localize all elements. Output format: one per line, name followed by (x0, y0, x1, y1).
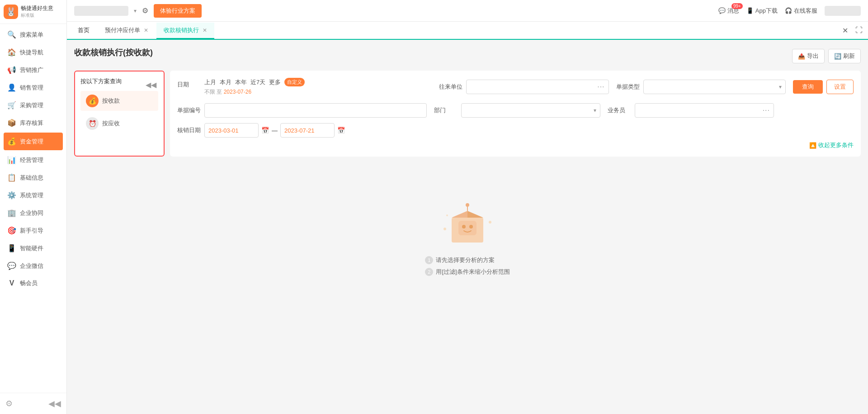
query-button[interactable]: 查询 (793, 80, 823, 94)
collapse-arrow-icon: 🔼 (809, 142, 816, 149)
verify-date-start-cal-icon[interactable]: 📅 (261, 127, 269, 134)
refresh-label: 刷新 (843, 52, 855, 60)
header-gear-icon[interactable]: ⚙ (142, 6, 148, 15)
date-more-btn[interactable]: 更多 (269, 78, 281, 86)
header-chevron-icon[interactable]: ▾ (134, 8, 137, 14)
sidebar-item-marketing[interactable]: 📢 营销推广 (0, 61, 66, 79)
filter-row-1: 日期 上月 本月 本年 近7天 更多 自定义 (177, 78, 854, 96)
date-last-month-btn[interactable]: 上月 (204, 78, 216, 86)
date-this-month-btn[interactable]: 本月 (220, 78, 231, 86)
sidebar-item-enterprise[interactable]: 🏢 企业协同 (0, 204, 66, 222)
sales-icon: 👤 (7, 83, 16, 92)
empty-hint-1: 1 请先选择要分析的方案 (425, 254, 509, 266)
partner-filter-field: 往来单位 ··· (439, 80, 609, 94)
filter-right-panel: 日期 上月 本月 本年 近7天 更多 自定义 (170, 71, 861, 157)
sidebar-label-system: 系统管理 (20, 191, 43, 200)
tab-prepay[interactable]: 预付冲应付单 ✕ (98, 23, 156, 39)
sidebar-item-inventory[interactable]: 📦 库存核算 (0, 114, 66, 132)
date-custom-badge[interactable]: 自定义 (284, 78, 305, 86)
collapse-filter-button[interactable]: ◀◀ (144, 79, 158, 91)
sidebar-item-search[interactable]: 🔍 搜索菜单 (0, 26, 66, 43)
purchase-icon: 🛒 (7, 101, 16, 109)
tab-home[interactable]: 首页 (71, 23, 97, 39)
page-title-row: 收款核销执行(按收款) 📤 导出 🔄 刷新 (74, 47, 861, 65)
step-2-num: 2 (425, 268, 433, 276)
tab-close-all-icon[interactable]: ✕ (840, 24, 850, 37)
date-to-sep: 至 (217, 89, 223, 95)
voucher-type-select[interactable]: ▾ (643, 80, 786, 94)
message-button[interactable]: 💬 消息 99+ (718, 7, 739, 15)
staff-field: 业务员 ··· (608, 103, 774, 118)
by-receipt-label: 按收款 (102, 97, 120, 105)
verify-date-end-cal-icon[interactable]: 📅 (337, 127, 345, 134)
date-this-year-btn[interactable]: 本年 (235, 78, 247, 86)
tab-expand-icon[interactable]: ⛶ (854, 24, 864, 36)
tab-prepay-label: 预付冲应付单 (105, 26, 140, 34)
sidebar-menu: 🔍 搜索菜单 🏠 快捷导航 📢 营销推广 👤 销售管理 🛒 采购管理 📦 库存核… (0, 24, 66, 393)
filter-row-3: 核销日期 📅 — 📅 (177, 123, 854, 138)
top-header: ▾ ⚙ 体验行业方案 💬 消息 99+ 📱 App下载 🎧 在线客服 (67, 0, 868, 22)
service-icon: 🎧 (785, 7, 792, 14)
filter-option-by-receivable[interactable]: ⏰ 按应收 (80, 114, 158, 133)
voucher-type-label: 单据类型 (616, 83, 640, 91)
verify-date-field: 核销日期 📅 — 📅 (177, 123, 345, 138)
empty-text: 1 请先选择要分析的方案 2 用[过滤]条件来缩小分析范围 (425, 254, 509, 278)
page-inner: 收款核销执行(按收款) 📤 导出 🔄 刷新 按以 (67, 40, 868, 414)
sidebar-item-purchase[interactable]: 🛒 采购管理 (0, 96, 66, 114)
partner-select[interactable]: ··· (466, 80, 609, 94)
by-receipt-icon: 💰 (86, 95, 99, 107)
tab-prepay-close[interactable]: ✕ (144, 27, 148, 33)
sidebar-item-hardware[interactable]: 📱 智能硬件 (0, 239, 66, 257)
app-logo: 🐰 畅捷通好生意 标准版 (0, 0, 66, 24)
app-download-button[interactable]: 📱 App下载 (746, 7, 778, 15)
sidebar-item-system[interactable]: ⚙️ 系统管理 (0, 186, 66, 204)
filter-option-by-receipt[interactable]: 💰 按收款 (80, 91, 158, 111)
settings-icon[interactable]: ⚙ (4, 397, 14, 410)
header-username-blur (74, 6, 128, 16)
voucher-type-filter-field: 单据类型 ▾ (616, 80, 786, 94)
app-edition: 标准版 (21, 12, 53, 19)
message-badge: 99+ (731, 3, 743, 9)
verify-date-end-input[interactable] (280, 123, 335, 138)
voucher-no-input[interactable] (204, 103, 427, 118)
online-service-button[interactable]: 🎧 在线客服 (785, 7, 817, 15)
collapse-more-button[interactable]: 🔼 收起更多条件 (809, 141, 854, 149)
sidebar-item-sales[interactable]: 👤 销售管理 (0, 79, 66, 96)
no-limit-label: 不限 (204, 89, 215, 95)
sidebar-item-guide[interactable]: 🎯 新手引导 (0, 222, 66, 239)
date-no-limit-text: 不限 至 2023-07-26 (204, 88, 305, 96)
tab-collection-close[interactable]: ✕ (203, 27, 207, 33)
marketing-icon: 📢 (7, 66, 16, 74)
sidebar-label-enterprise: 企业协同 (20, 209, 43, 217)
filter-left-panel: 按以下方案查询 ◀◀ 💰 按收款 ⏰ 按应收 (74, 71, 165, 157)
sidebar-label-hardware: 智能硬件 (20, 244, 43, 252)
sidebar-label-sales: 销售管理 (20, 84, 43, 92)
sidebar-item-finance[interactable]: 💰 资金管理 (4, 133, 63, 150)
sidebar-item-wechat[interactable]: 💬 企业微信 (0, 257, 66, 275)
collapse-sidebar-icon[interactable]: ◀◀ (47, 397, 63, 410)
empty-state: 1 请先选择要分析的方案 2 用[过滤]条件来缩小分析范围 (74, 157, 861, 314)
date-7days-btn[interactable]: 近7天 (250, 78, 265, 86)
sidebar-item-business[interactable]: 📊 经营管理 (0, 151, 66, 169)
settings-button[interactable]: 设置 (826, 80, 854, 94)
export-button[interactable]: 📤 导出 (792, 49, 825, 63)
staff-select[interactable]: ··· (635, 103, 774, 118)
tab-bar-end: ✕ ⛶ (840, 24, 864, 37)
solution-button[interactable]: 体验行业方案 (154, 4, 202, 18)
hardware-icon: 📱 (7, 244, 16, 252)
verify-date-start-input[interactable] (204, 123, 259, 138)
sidebar-item-quick-nav[interactable]: 🏠 快捷导航 (0, 43, 66, 61)
dept-select[interactable]: ▾ (461, 103, 600, 118)
tab-collection[interactable]: 收款核销执行 ✕ (156, 23, 214, 39)
refresh-button[interactable]: 🔄 刷新 (828, 49, 861, 63)
sidebar-bottom: ⚙ ◀◀ (0, 393, 66, 414)
voucher-no-label: 单据编号 (177, 106, 201, 114)
dept-label: 部门 (434, 106, 458, 114)
svg-point-11 (446, 214, 448, 216)
system-icon: ⚙️ (7, 191, 16, 200)
logo-icon: 🐰 (4, 5, 18, 19)
sidebar-item-basic[interactable]: 📋 基础信息 (0, 169, 66, 186)
sidebar-label-business: 经营管理 (20, 156, 43, 164)
sidebar-item-member[interactable]: V 畅会员 (0, 275, 66, 292)
search-icon: 🔍 (7, 30, 16, 39)
